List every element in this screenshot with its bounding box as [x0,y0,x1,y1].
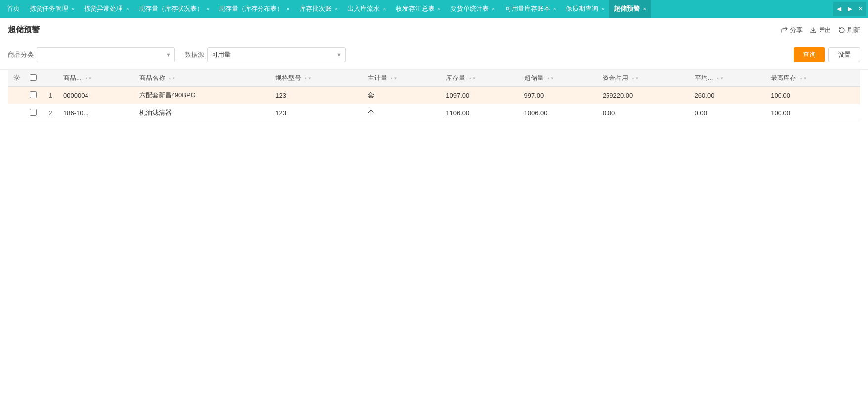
row-code: 186-10... [60,104,136,121]
col-overstock-header[interactable]: 超储量 ▲▼ [521,70,600,87]
row-unit: 个 [365,104,443,121]
nav-stock-status[interactable]: 现存量（库存状况表） × [134,0,214,18]
nav-pick-task[interactable]: 拣货任务管理 × [25,0,79,18]
col-stock-header[interactable]: 库存量 ▲▼ [443,70,521,87]
sort-arrows-icon: ▲▼ [716,77,724,80]
svg-point-0 [16,77,18,79]
row-checkbox[interactable] [30,109,37,116]
refresh-button[interactable]: 刷新 [838,26,860,35]
row-avg: 260.00 [692,87,768,104]
close-icon[interactable]: × [492,0,495,18]
row-index: 1 [41,87,60,104]
row-spec: 123 [272,87,365,104]
datasource-filter: 数据源 可用量 ▼ [185,47,346,62]
col-maxstock-header[interactable]: 最高库存 ▲▼ [768,70,860,87]
nav-prev-button[interactable]: ◀ [833,2,844,16]
row-code: 0000004 [60,87,136,104]
row-index: 2 [41,104,60,121]
col-checkbox-header [26,70,41,87]
row-checkbox-cell [26,104,41,121]
row-checkbox[interactable] [30,91,37,98]
nav-req-stat[interactable]: 要货单统计表 × [445,0,500,18]
share-icon [781,27,788,34]
nav-stock-dist[interactable]: 现存量（库存分布表） × [214,0,294,18]
row-overstock: 997.00 [521,87,600,104]
page-title: 超储预警 [8,25,40,35]
datasource-label: 数据源 [185,50,204,59]
sort-arrows-icon: ▲▼ [84,77,92,80]
overstock-table: 商品... ▲▼ 商品名称 ▲▼ 规格型号 ▲▼ 主计量 ▲▼ [8,70,860,121]
export-icon [810,27,817,34]
datasource-select[interactable]: 可用量 [207,47,346,62]
category-filter: 商品分类 ▼ [8,47,175,62]
col-capital-header[interactable]: 资金占用 ▲▼ [600,70,692,87]
settings-button[interactable]: 设置 [828,47,860,62]
sort-arrows-icon: ▲▼ [468,77,476,80]
share-button[interactable]: 分享 [781,26,803,35]
close-icon[interactable]: × [553,0,556,18]
query-button[interactable]: 查询 [794,47,825,62]
col-name-header[interactable]: 商品名称 ▲▼ [136,70,273,87]
sort-arrows-icon: ▲▼ [799,77,807,80]
row-avg: 0.00 [692,104,768,121]
refresh-icon [838,27,845,34]
col-code-header[interactable]: 商品... ▲▼ [60,70,136,87]
nav-batch-account[interactable]: 库存批次账 × [295,0,343,18]
nav-pick-abnormal[interactable]: 拣货异常处理 × [79,0,133,18]
row-stock: 1106.00 [443,104,521,121]
page-header: 超储预警 分享 导出 刷新 [0,18,868,40]
close-icon[interactable]: × [601,0,604,18]
row-capital: 259220.00 [600,87,692,104]
nav-next-button[interactable]: ▶ [844,2,855,16]
row-gear-cell [8,104,26,121]
category-label: 商品分类 [8,50,34,59]
row-name: 六配套新昌490BPG [136,87,273,104]
nav-summary[interactable]: 收发存汇总表 × [391,0,445,18]
sort-arrows-icon: ▲▼ [304,77,312,80]
select-all-checkbox[interactable] [30,74,37,81]
row-stock: 1097.00 [443,87,521,104]
table-row: 1 0000004 六配套新昌490BPG 123 套 1097.00 997.… [8,87,860,104]
sort-arrows-icon: ▲▼ [546,77,554,80]
close-icon[interactable]: × [383,0,386,18]
col-index-header [41,70,60,87]
row-maxstock: 100.00 [768,104,860,121]
row-unit: 套 [365,87,443,104]
row-maxstock: 100.00 [768,87,860,104]
close-icon[interactable]: × [71,0,74,18]
row-checkbox-cell [26,87,41,104]
category-select[interactable] [37,47,175,62]
datasource-select-wrap: 可用量 ▼ [207,47,346,62]
close-icon[interactable]: × [286,0,289,18]
top-navigation: 首页 拣货任务管理 × 拣货异常处理 × 现存量（库存状况表） × 现存量（库存… [0,0,868,18]
filter-area: 商品分类 ▼ 数据源 可用量 ▼ 查询 设置 [0,40,868,70]
row-gear-cell [8,87,26,104]
row-spec: 123 [272,104,365,121]
close-icon[interactable]: × [206,0,209,18]
close-icon[interactable]: × [643,0,646,18]
table-row: 2 186-10... 机油滤清器 123 个 1106.00 1006.00 … [8,104,860,121]
close-icon[interactable]: × [126,0,129,18]
close-icon[interactable]: × [335,0,338,18]
col-unit-header[interactable]: 主计量 ▲▼ [365,70,443,87]
nav-available-stock[interactable]: 可用量库存账本 × [500,0,561,18]
header-actions: 分享 导出 刷新 [781,26,860,35]
sort-arrows-icon: ▲▼ [390,77,398,80]
nav-shelf-life[interactable]: 保质期查询 × [561,0,609,18]
nav-overstock[interactable]: 超储预警 × [609,0,651,18]
nav-arrow-group: ◀ ▶ ✕ [833,2,866,16]
table-container: 商品... ▲▼ 商品名称 ▲▼ 规格型号 ▲▼ 主计量 ▲▼ [0,70,868,121]
close-icon[interactable]: × [437,0,440,18]
page-content: 超储预警 分享 导出 刷新 商品 [0,18,868,395]
col-spec-header[interactable]: 规格型号 ▲▼ [272,70,365,87]
export-button[interactable]: 导出 [810,26,831,35]
row-overstock: 1006.00 [521,104,600,121]
sort-arrows-icon: ▲▼ [631,77,639,80]
col-avg-header[interactable]: 平均... ▲▼ [692,70,768,87]
col-gear-header [8,70,26,87]
gear-settings-icon[interactable] [13,74,20,81]
sort-arrows-icon: ▲▼ [168,77,175,80]
nav-inout-flow[interactable]: 出入库流水 × [343,0,391,18]
nav-home[interactable]: 首页 [2,0,25,18]
nav-close-button[interactable]: ✕ [855,2,866,16]
